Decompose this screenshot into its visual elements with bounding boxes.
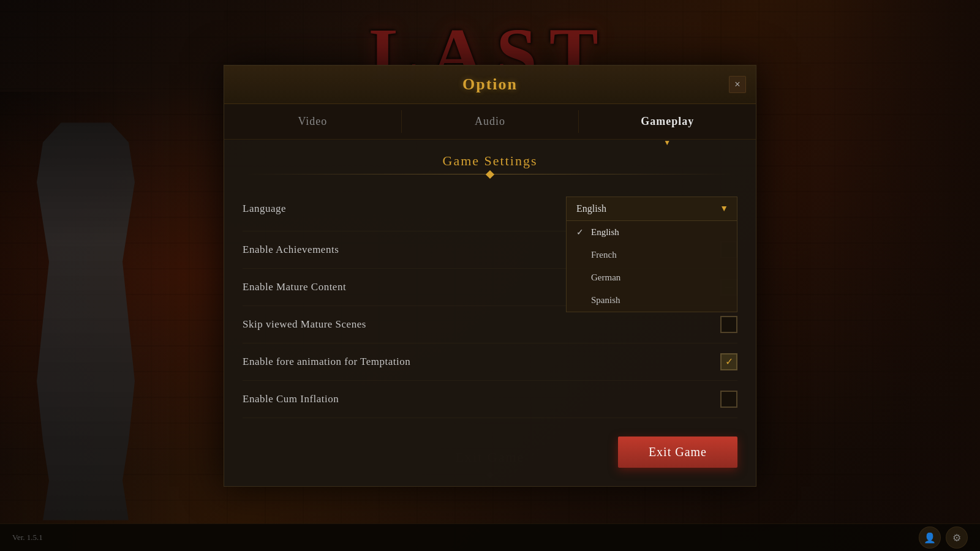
language-dropdown-container: English ✓ English French Ge — [566, 197, 737, 221]
gear-icon: ⚙ — [952, 532, 961, 544]
dropdown-item-french[interactable]: French — [567, 244, 737, 266]
close-button[interactable]: × — [729, 76, 746, 93]
settings-icon-button[interactable]: ⚙ — [946, 527, 968, 549]
skip-mature-label: Skip viewed Mature Scenes — [243, 318, 366, 331]
section-header: Game Settings — [224, 140, 756, 181]
tab-video[interactable]: Video — [224, 104, 401, 139]
tabs-container: Video Audio Gameplay — [224, 104, 756, 140]
language-dropdown-menu: ✓ English French German — [566, 221, 737, 312]
achievements-label: Enable Achievements — [243, 244, 339, 256]
cum-inflation-label: Enable Cum Inflation — [243, 393, 339, 405]
setting-row-fore-animation: Enable fore animation for Temptation — [243, 343, 737, 381]
settings-area: Language English ✓ English French — [224, 181, 756, 430]
mature-content-label: Enable Mature Content — [243, 281, 346, 293]
bottom-bar: Ver. 1.5.1 👤 ⚙ — [0, 523, 980, 551]
exit-game-button[interactable]: Exit Game — [618, 437, 737, 468]
version-text: Ver. 1.5.1 — [12, 533, 43, 542]
cum-inflation-checkbox[interactable] — [720, 391, 737, 408]
tab-gameplay[interactable]: Gameplay — [579, 104, 756, 139]
profile-icon-button[interactable]: 👤 — [919, 527, 941, 549]
dropdown-item-spanish[interactable]: Spanish — [567, 289, 737, 312]
skip-mature-checkbox[interactable] — [720, 316, 737, 333]
fore-animation-label: Enable fore animation for Temptation — [243, 356, 410, 368]
section-diamond — [486, 170, 494, 178]
setting-row-language: Language English ✓ English French — [243, 187, 737, 231]
dropdown-item-german[interactable]: German — [567, 266, 737, 289]
options-dialog: Option × Video Audio Gameplay Game Setti… — [224, 65, 756, 487]
section-title: Game Settings — [224, 153, 756, 169]
dialog-header: Option × — [224, 66, 756, 104]
bottom-icons: 👤 ⚙ — [919, 527, 968, 549]
tab-audio[interactable]: Audio — [402, 104, 579, 139]
setting-row-cum-inflation: Enable Cum Inflation — [243, 381, 737, 418]
checkmark-icon: ✓ — [576, 227, 586, 238]
modal-overlay: Option × Video Audio Gameplay Game Setti… — [0, 0, 980, 551]
profile-icon: 👤 — [924, 532, 936, 544]
language-dropdown-button[interactable]: English — [566, 197, 737, 221]
fore-animation-checkbox[interactable] — [720, 353, 737, 370]
dropdown-item-english[interactable]: ✓ English — [567, 221, 737, 244]
section-divider — [243, 174, 737, 174]
dialog-footer: Exit Game — [224, 430, 756, 474]
language-label: Language — [243, 203, 286, 215]
dialog-title: Option — [462, 75, 518, 93]
